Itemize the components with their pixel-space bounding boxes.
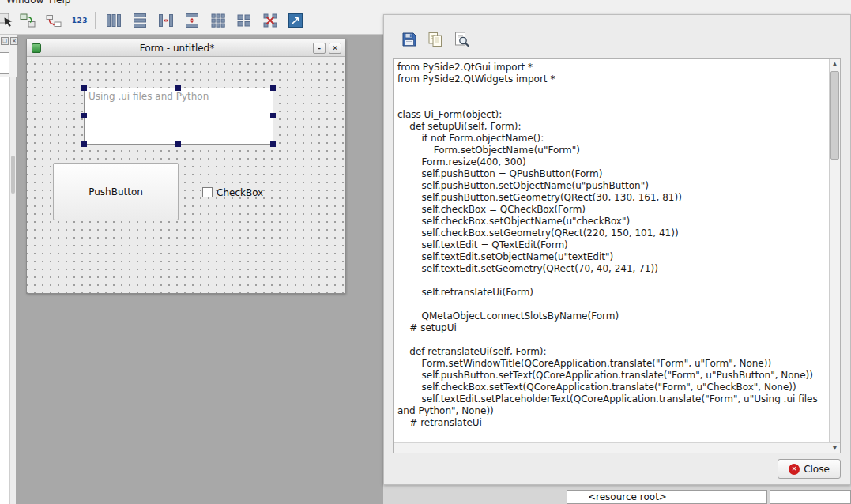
selection-handle-top-right[interactable] — [270, 85, 276, 91]
layout-form-button[interactable] — [234, 10, 254, 31]
selection-handle-bottom-right[interactable] — [270, 141, 276, 147]
edit-signals-slots-icon — [19, 12, 36, 29]
checkbox-widget[interactable]: CheckBox — [202, 186, 263, 199]
dialog-close-button[interactable]: ✕ Close — [778, 459, 841, 479]
close-button-label: Close — [804, 464, 830, 475]
selection-handle-bottom[interactable] — [175, 141, 181, 147]
resource-tree[interactable]: <resource root> — [567, 490, 767, 504]
layout-splitter-vertical-icon — [183, 12, 201, 29]
save-icon — [400, 30, 419, 49]
checkbox-label: CheckBox — [217, 187, 263, 198]
textedit-placeholder: Using .ui files and Python — [88, 91, 209, 102]
layout-grid-button[interactable] — [208, 10, 228, 31]
layout-splitter-horizontal-icon — [157, 12, 175, 29]
form-canvas[interactable]: Using .ui files and Python PushButton Ch… — [27, 58, 345, 293]
pushbutton-widget[interactable]: PushButton — [53, 163, 179, 220]
layout-horizontal-icon — [105, 12, 122, 29]
copy-icon — [426, 30, 445, 49]
edit-tab-order-icon: 123 — [72, 17, 88, 24]
edit-tab-order-button[interactable]: 123 — [70, 10, 90, 31]
selection-handle-bottom-left[interactable] — [81, 141, 87, 147]
dock-panel-body — [0, 77, 17, 504]
close-button[interactable]: ✕ — [329, 43, 341, 54]
vertical-scrollbar[interactable]: ▲ ▼ — [829, 59, 840, 453]
edit-signals-slots-button[interactable] — [17, 10, 38, 31]
layout-form-icon — [235, 12, 253, 29]
dock-scrollbar[interactable] — [9, 77, 16, 504]
checkbox-indicator[interactable] — [202, 187, 213, 197]
resource-root-item[interactable]: <resource root> — [588, 491, 667, 502]
selection-handle-left[interactable] — [81, 113, 87, 118]
layout-grid-icon — [209, 12, 227, 29]
save-button[interactable] — [398, 28, 420, 50]
menu-window[interactable]: Window — [6, 0, 43, 6]
selection-handle-top-left[interactable] — [81, 85, 87, 91]
menu-help[interactable]: Help — [49, 0, 70, 6]
edit-buddies-button[interactable] — [43, 10, 64, 31]
horizontal-scrollbar[interactable] — [394, 442, 830, 453]
layout-splitter-horizontal-button[interactable] — [156, 10, 176, 31]
layout-vertical-icon — [131, 12, 149, 29]
code-preview-dialog: from PySide2.QtGui import * from PySide2… — [383, 14, 851, 485]
toolbar-separator — [95, 12, 96, 29]
find-icon — [452, 30, 471, 49]
edit-buddies-icon — [45, 12, 62, 29]
break-layout-icon — [262, 12, 279, 29]
dock-scrollbar-thumb[interactable] — [11, 156, 15, 194]
code-view[interactable]: from PySide2.QtGui import * from PySide2… — [393, 58, 841, 453]
edit-widgets-button[interactable] — [0, 10, 17, 31]
dock-partial-field — [0, 52, 9, 74]
menubar: Window Help — [0, 0, 851, 7]
adjust-size-button[interactable] — [285, 10, 306, 31]
left-dock-panel: ❐ ✕ — [0, 35, 17, 504]
form-window-titlebar[interactable]: Form - untitled* - ✕ — [27, 39, 345, 57]
selection-handle-top[interactable] — [175, 85, 181, 91]
close-circle-icon: ✕ — [789, 464, 800, 475]
code-text[interactable]: from PySide2.QtGui import * from PySide2… — [397, 62, 827, 441]
scroll-down-icon[interactable]: ▼ — [830, 442, 840, 453]
adjust-size-icon — [287, 12, 304, 29]
scroll-up-icon[interactable]: ▲ — [830, 59, 840, 70]
form-icon — [32, 43, 41, 53]
scrollbar-thumb[interactable] — [830, 71, 839, 160]
textedit-widget[interactable]: Using .ui files and Python — [84, 88, 273, 145]
dock-float-icon[interactable]: ❐ — [1, 37, 9, 45]
form-editor-window[interactable]: Form - untitled* - ✕ Using .ui files and… — [26, 39, 345, 294]
layout-splitter-vertical-button[interactable] — [182, 10, 202, 31]
copy-button[interactable] — [424, 28, 446, 50]
selection-handle-right[interactable] — [270, 113, 276, 118]
qt-designer-screen: Window Help 123 — [0, 0, 851, 504]
minimize-button[interactable]: - — [313, 43, 326, 54]
layout-vertical-button[interactable] — [130, 10, 150, 31]
find-button[interactable] — [450, 28, 472, 50]
resource-side-panel — [770, 490, 851, 504]
form-window-title: Form - untitled* — [41, 43, 313, 54]
dock-close-icon[interactable]: ✕ — [10, 37, 18, 45]
layout-horizontal-button[interactable] — [104, 10, 124, 31]
edit-widgets-icon — [0, 12, 15, 29]
break-layout-button[interactable] — [260, 10, 281, 31]
